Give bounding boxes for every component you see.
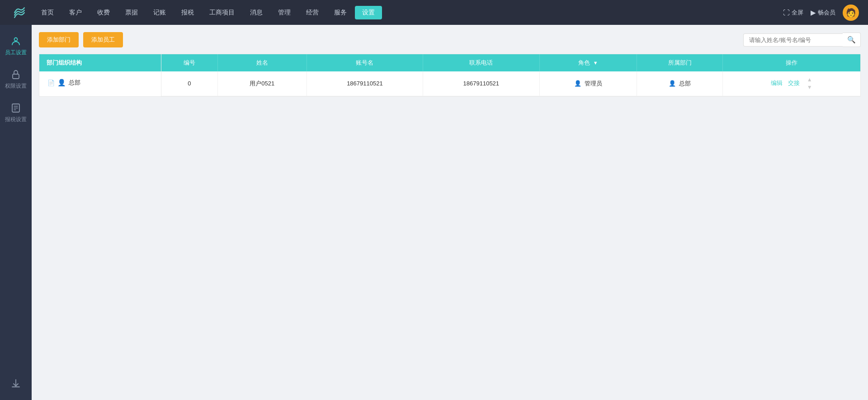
nav-item-business[interactable]: 工商项目 — [202, 6, 242, 19]
cell-id: 0 — [161, 71, 217, 96]
user-icon: 👤 — [57, 79, 66, 87]
search-button[interactable]: 🔍 — [843, 33, 861, 47]
dept-user-icon: 👤 — [669, 80, 676, 87]
search-icon: 🔍 — [847, 36, 856, 43]
sidebar-item-employee[interactable]: 员工设置 — [0, 29, 32, 63]
table-row: 0 用户0521 18679110521 18679110521 👤 管理员 👤… — [161, 71, 860, 96]
nav-item-operation[interactable]: 经营 — [299, 6, 326, 19]
fullscreen-button[interactable]: ⛶ 全屏 — [783, 9, 803, 17]
nav-right: ⛶ 全屏 ▶ 畅会员 🧑 — [783, 5, 859, 21]
avatar-icon: 🧑 — [846, 8, 856, 18]
search-input[interactable] — [743, 33, 843, 47]
col-actions: 操作 — [722, 54, 860, 71]
cell-role: 👤 管理员 — [539, 71, 637, 96]
nav-item-settings[interactable]: 设置 — [355, 6, 382, 19]
nav-item-bill[interactable]: 票据 — [118, 6, 145, 19]
cell-dept: 👤 总部 — [637, 71, 723, 96]
tree-item-general[interactable]: 📄 👤 总部 — [44, 76, 156, 89]
fullscreen-icon: ⛶ — [783, 9, 790, 16]
col-phone: 联系电话 — [423, 54, 539, 71]
cell-phone: 18679110521 — [423, 71, 539, 96]
sidebar-label-permission: 权限设置 — [5, 82, 27, 90]
fullscreen-label: 全屏 — [792, 9, 803, 17]
member-label: 畅会员 — [818, 9, 835, 17]
transfer-link[interactable]: 交接 — [788, 80, 800, 86]
member-button[interactable]: ▶ 畅会员 — [811, 9, 835, 17]
sort-icon: ▼ — [593, 60, 598, 66]
sidebar-item-taxsettings[interactable]: 报税设置 — [0, 96, 32, 130]
col-id: 编号 — [161, 54, 217, 71]
col-role[interactable]: 角色 ▼ — [539, 54, 637, 71]
avatar[interactable]: 🧑 — [843, 5, 859, 21]
top-nav: 首页 客户 收费 票据 记账 报税 工商项目 消息 管理 经营 服务 设置 ⛶ … — [0, 0, 868, 25]
add-employee-button[interactable]: 添加员工 — [83, 32, 123, 47]
nav-item-customer[interactable]: 客户 — [62, 6, 89, 19]
file-icon: 📄 — [47, 80, 55, 86]
nav-item-service[interactable]: 服务 — [327, 6, 354, 19]
employee-icon — [10, 36, 21, 47]
sidebar-label-employee: 员工设置 — [5, 49, 27, 56]
tree-body: 📄 👤 总部 — [39, 71, 161, 94]
nav-item-tax[interactable]: 报税 — [174, 6, 201, 19]
cell-actions: 编辑 交接 ▲ ▼ — [722, 71, 860, 96]
table-header-row: 编号 姓名 账号名 联系电话 角 — [161, 54, 860, 71]
main-layout: 员工设置 权限设置 报税设置 — [0, 25, 868, 400]
col-account: 账号名 — [307, 54, 423, 71]
nav-item-message[interactable]: 消息 — [243, 6, 270, 19]
search-area: 🔍 — [743, 33, 861, 47]
arrow-up-icon[interactable]: ▲ — [807, 76, 812, 84]
svg-rect-1 — [13, 74, 19, 79]
tree-header: 部门组织结构 — [39, 54, 161, 71]
nav-item-home[interactable]: 首页 — [34, 6, 61, 19]
toolbar: 添加部门 添加员工 🔍 — [39, 32, 861, 47]
download-icon — [10, 378, 21, 389]
member-icon: ▶ — [811, 9, 816, 17]
svg-point-0 — [14, 38, 18, 41]
edit-link[interactable]: 编辑 — [771, 80, 783, 86]
cell-role-label: 管理员 — [585, 80, 602, 87]
add-dept-button[interactable]: 添加部门 — [39, 32, 79, 47]
col-dept: 所属部门 — [637, 54, 723, 71]
sidebar-item-permission[interactable]: 权限设置 — [0, 63, 32, 96]
data-table: 编号 姓名 账号名 联系电话 角 — [161, 54, 860, 96]
logo-area — [5, 5, 34, 21]
tree-panel: 部门组织结构 📄 👤 总部 — [39, 54, 161, 96]
nav-items: 首页 客户 收费 票据 记账 报税 工商项目 消息 管理 经营 服务 设置 — [34, 6, 783, 19]
nav-item-fee[interactable]: 收费 — [90, 6, 117, 19]
sidebar: 员工设置 权限设置 报税设置 — [0, 25, 32, 400]
nav-item-manage[interactable]: 管理 — [271, 6, 298, 19]
cell-dept-label: 总部 — [679, 80, 691, 87]
taxsettings-icon — [10, 103, 21, 113]
tree-header-label: 部门组织结构 — [47, 59, 82, 66]
table-panel: 编号 姓名 账号名 联系电话 角 — [161, 54, 860, 96]
arrow-down-icon[interactable]: ▼ — [807, 84, 812, 91]
panel-layout: 部门组织结构 📄 👤 总部 编号 — [39, 54, 861, 97]
nav-item-accounting[interactable]: 记账 — [146, 6, 173, 19]
col-name: 姓名 — [217, 54, 307, 71]
sidebar-item-download[interactable] — [0, 372, 32, 395]
tree-item-label: 总部 — [69, 79, 80, 87]
sidebar-label-taxsettings: 报税设置 — [5, 116, 27, 123]
role-user-icon: 👤 — [574, 80, 581, 87]
permission-icon — [10, 69, 21, 80]
cell-name: 用户0521 — [217, 71, 307, 96]
content-area: 添加部门 添加员工 🔍 部门组织结构 📄 👤 总部 — [32, 25, 868, 400]
cell-account: 18679110521 — [307, 71, 423, 96]
